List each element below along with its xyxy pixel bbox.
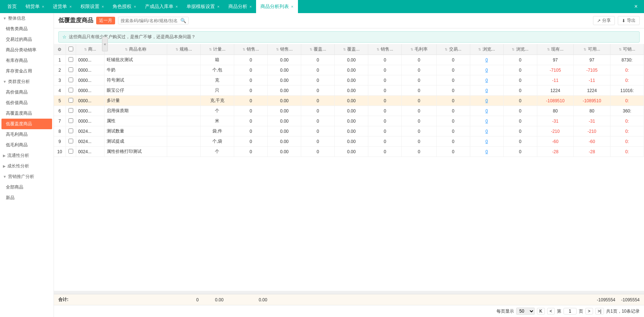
col-code[interactable]: ⇅ 商... — [76, 44, 104, 55]
cell-checkbox[interactable] — [66, 55, 76, 65]
nav-close-purchase[interactable]: × — [69, 0, 71, 13]
col-browse2[interactable]: ⇅ 浏览... — [503, 44, 537, 55]
sidebar-item-low-coverage[interactable]: 低覆盖度商品 — [1, 119, 52, 129]
col-browse1[interactable]: ⇅ 浏览... — [470, 44, 503, 55]
col-gross-margin[interactable]: ⇅ 毛利率 — [402, 44, 436, 55]
cell-checkbox[interactable] — [66, 96, 76, 106]
sidebar-section-overall[interactable]: ▼ 整体信息 — [0, 13, 54, 24]
sidebar-item-high-margin[interactable]: 高毛利商品 — [0, 129, 54, 140]
cell-browse1[interactable]: 0 — [470, 136, 503, 147]
sidebar-item-capital-occupation[interactable]: 库存资金占用 — [0, 66, 54, 76]
row-checkbox[interactable] — [68, 88, 73, 92]
cell-checkbox[interactable] — [66, 116, 76, 126]
sidebar-item-high-coverage[interactable]: 高覆盖度商品 — [0, 108, 54, 119]
sidebar-item-category-rate[interactable]: 商品分类动销率 — [0, 45, 54, 55]
sidebar-item-high-value[interactable]: 高价值商品 — [0, 87, 54, 98]
cell-cov1: 0 — [301, 126, 335, 136]
col-coverage1[interactable]: ⇅ 覆盖... — [301, 44, 335, 55]
row-checkbox[interactable] — [68, 108, 73, 113]
nav-item-purchase[interactable]: 进货单 × — [48, 0, 76, 13]
nav-close-product-inbound[interactable]: × — [176, 0, 178, 13]
sidebar-item-traded-goods[interactable]: 交易过的商品 — [0, 34, 54, 45]
col-current-stock[interactable]: ⇅ 现有... — [537, 44, 574, 55]
nav-close-product-analysis[interactable]: × — [250, 0, 252, 13]
col-transaction[interactable]: ⇅ 交易... — [436, 44, 470, 55]
cell-checkbox[interactable] — [66, 136, 76, 147]
nav-item-sales[interactable]: 销货单 × — [21, 0, 48, 13]
col-sales-qty[interactable]: ⇅ 销售... — [234, 44, 268, 55]
sidebar-section-group-analysis[interactable]: ▼ 类群度分析 — [0, 76, 54, 87]
cell-checkbox[interactable] — [66, 75, 76, 86]
sidebar-section-circulation[interactable]: ▶ 流通性分析 — [0, 150, 54, 161]
cell-checkbox[interactable] — [66, 86, 76, 96]
sidebar-item-low-margin[interactable]: 低毛利商品 — [0, 140, 54, 150]
sidebar-item-low-value[interactable]: 低价值商品 — [0, 98, 54, 108]
cell-browse1[interactable]: 0 — [470, 65, 503, 75]
prev-page-button[interactable]: < — [547, 308, 555, 314]
sidebar-section-growth[interactable]: ▶ 成长性分析 — [0, 161, 54, 171]
nav-item-home[interactable]: 首页 — [3, 0, 21, 13]
nav-item-product-analysis-list[interactable]: 商品分析列表 × — [256, 0, 298, 13]
row-checkbox[interactable] — [68, 98, 73, 103]
search-icon[interactable]: 🔍 — [180, 18, 186, 23]
nav-item-roles[interactable]: 角色授权 × — [108, 0, 140, 13]
export-button[interactable]: ⬇ 导出 — [618, 16, 640, 25]
last-page-button[interactable]: >| — [595, 308, 604, 314]
nav-close-product-analysis-list[interactable]: × — [291, 0, 293, 13]
nav-close-permissions[interactable]: × — [102, 0, 104, 13]
nav-item-product-inbound[interactable]: 产成品入库单 × — [141, 0, 182, 13]
col-checkbox[interactable] — [66, 44, 76, 55]
cell-browse1[interactable]: 0 — [470, 96, 503, 106]
sidebar-item-in-stock[interactable]: 有库存商品 — [0, 55, 54, 66]
export-label: 导出 — [627, 17, 636, 24]
sidebar-item-new-goods[interactable]: 新品 — [0, 193, 54, 203]
cell-browse1[interactable]: 0 — [470, 147, 503, 157]
sidebar-section-marketing[interactable]: ▼ 营销推广分析 — [0, 171, 54, 182]
row-checkbox[interactable] — [68, 67, 73, 72]
row-checkbox[interactable] — [68, 149, 73, 154]
cell-browse1[interactable]: 0 — [470, 86, 503, 96]
filter-recent-month-button[interactable]: 近一月 — [96, 17, 115, 24]
col-sales-amount[interactable]: ⇅ 销售... — [268, 44, 301, 55]
first-page-button[interactable]: K — [537, 308, 545, 314]
col-coverage2[interactable]: ⇅ 覆盖... — [335, 44, 368, 55]
cell-checkbox[interactable] — [66, 106, 76, 116]
cell-checkbox[interactable] — [66, 147, 76, 157]
row-checkbox[interactable] — [68, 118, 73, 123]
sidebar-collapse-button[interactable]: « — [102, 37, 108, 51]
col-name[interactable]: ⇅ 商品名称 — [104, 44, 167, 55]
col-unit[interactable]: ⇅ 计量... — [200, 44, 234, 55]
row-checkbox[interactable] — [68, 128, 73, 133]
page-number-input[interactable] — [564, 308, 577, 314]
horizontal-scrollbar[interactable] — [54, 291, 644, 294]
row-checkbox[interactable] — [68, 78, 73, 82]
row-checkbox[interactable] — [68, 139, 73, 143]
next-page-button[interactable]: > — [585, 308, 593, 314]
cell-checkbox[interactable] — [66, 126, 76, 136]
col-sales-count[interactable]: ⇅ 销售... — [368, 44, 402, 55]
col-available-stock[interactable]: ⇅ 可用... — [574, 44, 610, 55]
nav-close-roles[interactable]: × — [134, 0, 136, 13]
window-close-button[interactable]: × — [631, 1, 641, 12]
search-input[interactable] — [121, 18, 179, 23]
row-checkbox[interactable] — [68, 57, 73, 62]
cell-browse1[interactable]: 0 — [470, 55, 503, 65]
nav-close-template-settings[interactable]: × — [217, 0, 219, 13]
cell-browse1[interactable]: 0 — [470, 106, 503, 116]
col-settings[interactable]: ⚙ — [54, 44, 66, 55]
cell-checkbox[interactable] — [66, 65, 76, 75]
nav-item-template-settings[interactable]: 单据模板设置 × — [182, 0, 224, 13]
nav-item-product-analysis[interactable]: 商品分析 × — [224, 0, 256, 13]
col-saleable[interactable]: ⇅ 可销... — [610, 44, 644, 55]
select-all-checkbox[interactable] — [68, 47, 73, 51]
cell-browse1[interactable]: 0 — [470, 116, 503, 126]
sidebar-item-sales-goods[interactable]: 销售类商品 — [0, 24, 54, 34]
nav-close-sales[interactable]: × — [42, 0, 44, 13]
share-button[interactable]: ↗ 分享 — [593, 16, 615, 25]
cell-browse1[interactable]: 0 — [470, 75, 503, 86]
page-size-select[interactable]: 50 20 100 — [516, 308, 535, 315]
nav-item-permissions[interactable]: 权限设置 × — [76, 0, 108, 13]
sidebar-item-all-goods[interactable]: 全部商品 — [0, 182, 54, 193]
col-spec[interactable]: ⇅ 规格... — [167, 44, 200, 55]
cell-browse1[interactable]: 0 — [470, 126, 503, 136]
